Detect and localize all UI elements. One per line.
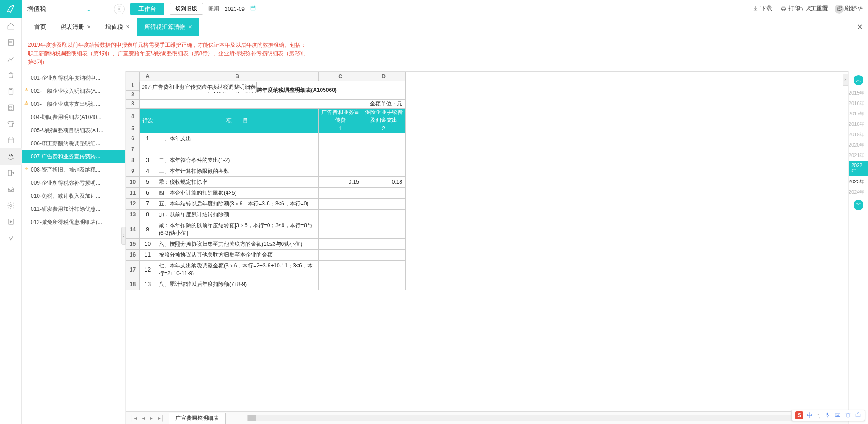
value-cell[interactable] [319, 249, 362, 260]
ime-skin-icon[interactable] [845, 412, 851, 419]
row-header[interactable]: 4 [126, 108, 140, 124]
row-number-cell[interactable]: 11 [140, 249, 156, 260]
tab[interactable]: 税表清册✕ [53, 18, 98, 36]
close-icon[interactable]: ✕ [126, 24, 130, 30]
year-down-icon[interactable]: ︾ [854, 200, 863, 210]
row-number-cell[interactable]: 6 [140, 187, 156, 198]
calendar-icon[interactable] [250, 5, 256, 13]
form-list-item[interactable]: 012-减免所得税优惠明细表(... [22, 216, 125, 229]
row-header[interactable]: 1 [126, 81, 140, 90]
ime-mic-icon[interactable] [824, 412, 830, 419]
row-number-cell[interactable]: 12 [140, 260, 156, 279]
year-item[interactable]: 2022年 [849, 161, 868, 176]
sheet-tab[interactable]: 广宣费调整明细表 [169, 413, 226, 424]
value-cell[interactable] [319, 209, 362, 220]
value-cell[interactable] [362, 133, 406, 144]
nav-steam-icon[interactable] [0, 148, 22, 165]
value-cell[interactable]: 0.18 [362, 176, 406, 187]
ime-keyboard-icon[interactable] [834, 412, 841, 419]
form-list-item[interactable]: 011-研发费用加计扣除优惠... [22, 203, 125, 216]
expand-right-icon[interactable]: › [843, 74, 848, 86]
value-cell[interactable] [319, 187, 362, 198]
sheet-nav-prev-icon[interactable]: ◂ [141, 415, 146, 421]
row-header[interactable]: 8 [126, 155, 140, 166]
row-header[interactable]: 12 [126, 198, 140, 209]
row-header[interactable]: 2 [126, 90, 140, 99]
form-list-item[interactable]: 005-纳税调整项目明细表(A1... [22, 124, 125, 137]
ime-toolbar[interactable]: S 中 °, [791, 410, 865, 421]
ime-lang[interactable]: 中 [807, 411, 813, 419]
tab[interactable]: 首页 [27, 18, 53, 36]
row-number-cell[interactable]: 3 [140, 155, 156, 166]
value-cell[interactable] [319, 238, 362, 249]
row-label-cell[interactable]: 减：不允许扣除的支出 [156, 144, 319, 155]
row-header[interactable]: 7 [126, 144, 140, 155]
value-cell[interactable] [362, 187, 406, 198]
form-list-item[interactable]: 010-免税、减计收入及加计... [22, 190, 125, 203]
ime-punct[interactable]: °, [816, 412, 821, 419]
value-cell[interactable] [319, 133, 362, 144]
row-number-cell[interactable]: 4 [140, 166, 156, 176]
row-header[interactable]: 6 [126, 133, 140, 144]
sheet-nav-next-icon[interactable]: ▸ [149, 415, 154, 421]
close-all-icon[interactable]: ✕ [857, 23, 863, 31]
nav-inbox-icon[interactable] [0, 181, 22, 197]
row-label-cell[interactable]: 二、本年符合条件的支出(1-2) [156, 155, 319, 166]
collapse-handle-icon[interactable]: ‹ [121, 227, 126, 245]
sheet-nav-last-icon[interactable]: ▸│ [157, 415, 165, 421]
formula-bar[interactable]: 007-广告费和业务宣传费跨年度纳税调整明细表(A105060) [139, 82, 257, 92]
row-header[interactable]: 10 [126, 176, 140, 187]
row-number-cell[interactable]: 8 [140, 209, 156, 220]
row-number-cell[interactable]: 7 [140, 198, 156, 209]
col-header[interactable]: D [362, 72, 406, 81]
nav-shirt-icon[interactable] [0, 116, 22, 132]
print-button[interactable]: 打印 [780, 5, 800, 13]
row-header[interactable]: 11 [126, 187, 140, 198]
row-header[interactable]: 18 [126, 279, 140, 290]
nav-bag-icon[interactable] [0, 67, 22, 83]
scrollbar-thumb[interactable] [248, 415, 256, 421]
value-cell[interactable] [319, 166, 362, 176]
form-list-item[interactable]: ⚠002-一般企业收入明细表(A... [22, 85, 125, 98]
doc-circle-icon[interactable] [114, 4, 125, 14]
module-select[interactable]: 增值税 ⌄ [27, 5, 108, 13]
value-cell[interactable] [319, 155, 362, 166]
form-list-item[interactable]: 009-企业所得税弥补亏损明... [22, 176, 125, 190]
value-cell[interactable] [319, 144, 362, 155]
row-number-cell[interactable]: 10 [140, 238, 156, 249]
nav-v-icon[interactable] [0, 230, 22, 246]
row-label-cell[interactable]: 七、本年支出纳税调整金额(3＞6，本行=2+3-6+10-11；3≤6，本行=2… [156, 260, 319, 279]
form-list-item[interactable]: 007-广告费和业务宣传费跨... [22, 150, 125, 163]
value-cell[interactable] [319, 279, 362, 290]
row-header[interactable]: 9 [126, 166, 140, 176]
value-cell[interactable] [319, 220, 362, 238]
value-cell[interactable] [362, 209, 406, 220]
nav-calc-icon[interactable] [0, 100, 22, 116]
spreadsheet-grid[interactable]: A B C D 1广告费和业务宣传费跨年度纳税调整明细表(A105060) 2 … [126, 72, 406, 290]
row-label-cell[interactable]: 五、本年结转以后年度扣除额(3＞6，本行=3-6；3≤6，本行=0) [156, 198, 319, 209]
ime-toolbox-icon[interactable] [855, 412, 861, 419]
row-header[interactable]: 5 [126, 124, 140, 133]
form-list-item[interactable]: ⚠008-资产折旧、摊销及纳税... [22, 163, 125, 176]
year-item[interactable]: 2021年 [849, 150, 868, 161]
tab[interactable]: 增值税✕ [98, 18, 137, 36]
row-label-cell[interactable]: 一、本年支出 [156, 133, 319, 144]
sheet-nav-first-icon[interactable]: │◂ [129, 415, 137, 421]
col-header[interactable]: C [319, 72, 362, 81]
value-cell[interactable] [362, 166, 406, 176]
year-item[interactable]: 2016年 [849, 98, 868, 109]
value-cell[interactable] [362, 198, 406, 209]
row-header[interactable]: 16 [126, 249, 140, 260]
row-number-cell[interactable]: 13 [140, 279, 156, 290]
value-cell[interactable] [362, 260, 406, 279]
value-cell[interactable] [362, 238, 406, 249]
value-cell[interactable] [362, 155, 406, 166]
nav-chart-icon[interactable] [0, 51, 22, 67]
row-label-cell[interactable]: 减：本年扣除的以前年度结转额[3＞6，本行=0；3≤6，本行=8与(6-3)孰小… [156, 220, 319, 238]
form-list-item[interactable]: 001-企业所得税年度纳税申... [22, 71, 125, 85]
refresh-button[interactable]: 刷新 [836, 5, 856, 13]
corner-cell[interactable] [126, 72, 140, 81]
year-item[interactable]: 2023年 [849, 176, 868, 187]
row-header[interactable]: 14 [126, 220, 140, 238]
row-header[interactable]: 3 [126, 99, 140, 108]
